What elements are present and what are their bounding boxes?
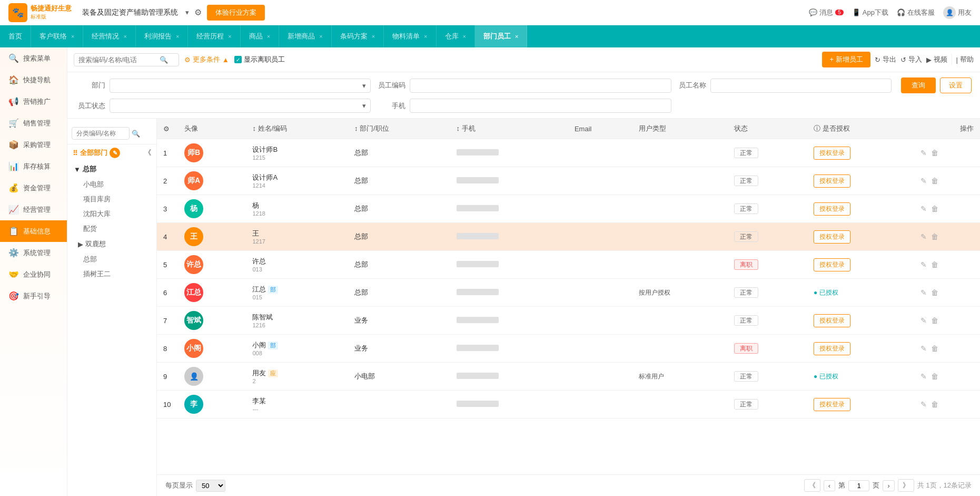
app-download-btn[interactable]: 📱 App下载 <box>852 8 888 17</box>
current-page-input[interactable] <box>848 480 869 491</box>
close-icon[interactable]: × <box>372 33 375 40</box>
dept-item-general[interactable]: ▼ 总部 <box>67 161 156 177</box>
search-input-wrap[interactable]: 🔍 <box>74 53 179 66</box>
first-page-btn[interactable]: 《 <box>804 479 820 492</box>
sidebar-item-system[interactable]: ⚙️ 系统管理 <box>0 242 67 264</box>
tab-home[interactable]: 首页 <box>0 25 31 47</box>
edit-icon[interactable]: ✎ <box>920 400 927 409</box>
add-employee-btn[interactable]: + 新增员工 <box>822 52 870 67</box>
show-inactive-checkbox[interactable]: ✓ <box>234 56 242 63</box>
tab-customer[interactable]: 客户联络× <box>31 25 83 47</box>
col-dept[interactable]: ↕ 部门/职位 <box>348 119 450 139</box>
per-page-select[interactable]: 50 100 200 <box>196 480 225 492</box>
delete-icon[interactable]: 🗑 <box>931 316 938 325</box>
edit-icon[interactable]: ✎ <box>920 372 927 381</box>
export-btn[interactable]: ↻ 导出 <box>875 55 896 64</box>
close-icon[interactable]: × <box>123 33 126 40</box>
col-name[interactable]: ↕ 姓名/编码 <box>246 119 348 139</box>
delete-icon[interactable]: 🗑 <box>931 260 938 269</box>
edit-icon[interactable]: ✎ <box>920 232 927 241</box>
sidebar-item-guide[interactable]: 🎯 新手引导 <box>0 285 67 307</box>
dept-all-label[interactable]: 全部部门 <box>80 148 107 158</box>
more-filter-btn[interactable]: ⚙ 更多条件 ▲ <box>184 55 229 64</box>
delete-icon[interactable]: 🗑 <box>931 372 938 381</box>
dept-sub-shenyang[interactable]: 沈阳大库 <box>67 207 156 221</box>
next-page-btn[interactable]: › <box>883 480 894 491</box>
sidebar-item-inventory[interactable]: 📊 库存核算 <box>0 155 67 177</box>
sidebar-item-marketing[interactable]: 📢 营销推广 <box>0 91 67 112</box>
edit-icon[interactable]: ✎ <box>920 344 927 353</box>
dept-edit-icon[interactable]: ✎ <box>110 148 120 158</box>
auth-btn[interactable]: 授权登录 <box>814 147 850 160</box>
close-icon[interactable]: × <box>319 33 322 40</box>
user-btn[interactable]: 👤 用友 <box>943 6 972 19</box>
tab-profit[interactable]: 利润报告× <box>136 25 188 47</box>
online-service-btn[interactable]: 🎧 在线客服 <box>897 8 935 17</box>
tab-employees[interactable]: 部门员工× <box>475 25 527 47</box>
auth-btn[interactable]: 授权登录 <box>814 398 850 411</box>
close-icon[interactable]: × <box>176 33 179 40</box>
close-icon[interactable]: × <box>71 33 74 40</box>
close-icon[interactable]: × <box>424 33 427 40</box>
emp-name-input[interactable] <box>710 79 892 93</box>
delete-icon[interactable]: 🗑 <box>931 288 938 297</box>
dept-sub-xiaodianzhi[interactable]: 小电部 <box>67 177 156 192</box>
edit-icon[interactable]: ✎ <box>920 149 927 157</box>
auth-btn[interactable]: 授权登录 <box>814 230 850 244</box>
sidebar-item-finance[interactable]: 💰 资金管理 <box>0 177 67 199</box>
sidebar-item-basic[interactable]: 📋 基础信息 <box>0 220 67 242</box>
edit-icon[interactable]: ✎ <box>920 288 927 297</box>
delete-icon[interactable]: 🗑 <box>931 344 938 353</box>
help-btn[interactable]: | 帮助 <box>956 55 974 64</box>
set-btn[interactable]: 设置 <box>940 77 972 93</box>
dept-sub-headquarters[interactable]: 总部 <box>67 252 156 267</box>
import-btn[interactable]: ↺ 导入 <box>900 55 922 64</box>
delete-icon[interactable]: 🗑 <box>931 177 938 185</box>
auth-btn[interactable]: 授权登录 <box>814 202 850 216</box>
dept-search-icon[interactable]: 🔍 <box>132 130 140 138</box>
delete-icon[interactable]: 🗑 <box>931 149 938 157</box>
dept-dropdown[interactable]: ▾ <box>110 79 371 93</box>
close-icon[interactable]: × <box>515 33 518 40</box>
show-inactive-toggle[interactable]: ✓ 显示离职员工 <box>234 55 285 64</box>
col-settings[interactable]: ⚙ <box>157 119 178 139</box>
dept-item-shuanglu[interactable]: ▶ 双鹿想 <box>67 236 156 252</box>
search-input[interactable] <box>78 56 157 64</box>
system-title-dropdown-icon[interactable]: ▾ <box>185 8 189 16</box>
delete-icon[interactable]: 🗑 <box>931 205 938 213</box>
auth-btn[interactable]: 授权登录 <box>814 258 850 271</box>
tab-barcode[interactable]: 条码方案× <box>332 25 384 47</box>
sidebar-item-operations[interactable]: 📈 经营管理 <box>0 199 67 220</box>
messages-btn[interactable]: 💬 消息 5 <box>809 8 844 17</box>
last-page-btn[interactable]: 》 <box>898 479 914 492</box>
close-icon[interactable]: × <box>228 33 231 40</box>
sidebar-item-sales[interactable]: 🛒 销售管理 <box>0 112 67 134</box>
dept-collapse-icon[interactable]: 《 <box>144 148 151 158</box>
col-phone[interactable]: ↕ 手机 <box>450 119 568 139</box>
sidebar-item-enterprise[interactable]: 🤝 企业协同 <box>0 264 67 285</box>
edit-icon[interactable]: ✎ <box>920 260 927 269</box>
dept-sub-chashuwang[interactable]: 插树王二 <box>67 267 156 281</box>
tab-operations[interactable]: 经营情况× <box>83 25 135 47</box>
dept-sub-project[interactable]: 项目库房 <box>67 192 156 207</box>
emp-code-input[interactable] <box>410 79 671 93</box>
settings-icon[interactable]: ⚙ <box>194 7 202 17</box>
edit-icon[interactable]: ✎ <box>920 205 927 213</box>
auth-btn[interactable]: 授权登录 <box>814 314 850 327</box>
phone-input[interactable] <box>410 99 671 113</box>
close-icon[interactable]: × <box>267 33 270 40</box>
close-icon[interactable]: × <box>463 33 466 40</box>
query-btn[interactable]: 查询 <box>901 77 936 93</box>
try-btn[interactable]: 体验行业方案 <box>207 5 265 21</box>
auth-btn[interactable]: 授权登录 <box>814 342 850 355</box>
tab-goods[interactable]: 商品× <box>241 25 279 47</box>
view-btn[interactable]: ▶ 视频 <box>926 55 947 64</box>
tab-add-goods[interactable]: 新增商品× <box>279 25 331 47</box>
tab-warehouse[interactable]: 仓库× <box>437 25 475 47</box>
delete-icon[interactable]: 🗑 <box>931 232 938 241</box>
auth-btn[interactable]: 授权登录 <box>814 174 850 188</box>
dept-search-input[interactable] <box>72 127 130 140</box>
delete-icon[interactable]: 🗑 <box>931 400 938 409</box>
sidebar-item-shortcut[interactable]: 🏠 快捷导航 <box>0 69 67 91</box>
edit-icon[interactable]: ✎ <box>920 316 927 325</box>
